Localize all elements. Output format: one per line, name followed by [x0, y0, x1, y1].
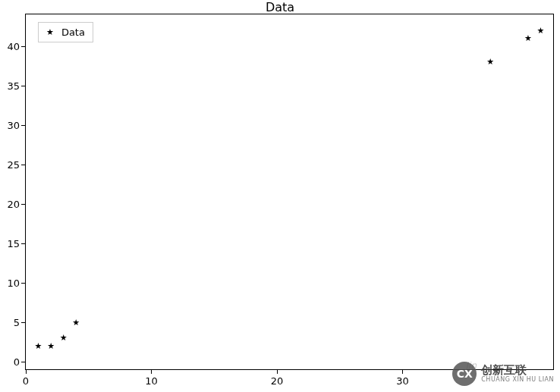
x-tick-label: 10	[145, 369, 158, 387]
y-tick-label: 10	[7, 277, 26, 288]
y-tick-label: 40	[7, 40, 26, 52]
data-point: ★	[35, 341, 42, 350]
axes: ★ Data 01020300510152025303540★★★★★★★	[25, 14, 554, 370]
legend-label: Data	[61, 27, 85, 38]
x-tick-label: 20	[271, 369, 284, 387]
y-tick-label: 5	[14, 316, 26, 328]
x-tick-label: 0	[23, 369, 29, 387]
watermark: CX 创新互联 CHUANG XIN HU LIAN	[452, 362, 554, 386]
y-tick-label: 15	[7, 237, 26, 249]
y-tick-label: 0	[14, 356, 26, 367]
legend: ★ Data	[38, 22, 93, 42]
watermark-text: 创新互联 CHUANG XIN HU LIAN	[481, 364, 554, 383]
watermark-cn: 创新互联	[481, 364, 554, 377]
watermark-logo-icon: CX	[452, 362, 477, 386]
chart-title: Data	[0, 0, 560, 14]
watermark-en: CHUANG XIN HU LIAN	[481, 377, 554, 384]
x-tick-label: 30	[396, 369, 409, 387]
data-point: ★	[486, 58, 494, 66]
y-tick-label: 35	[7, 80, 26, 91]
star-icon: ★	[46, 27, 54, 37]
y-tick-label: 25	[7, 158, 26, 170]
data-point: ★	[60, 334, 68, 342]
figure: Data ★ Data 01020300510152025303540★★★★★…	[0, 0, 560, 392]
data-point: ★	[537, 26, 545, 34]
y-tick-label: 20	[7, 198, 26, 209]
data-point: ★	[72, 318, 80, 326]
data-point: ★	[47, 341, 55, 350]
data-point: ★	[524, 34, 532, 42]
y-tick-label: 30	[7, 119, 26, 130]
